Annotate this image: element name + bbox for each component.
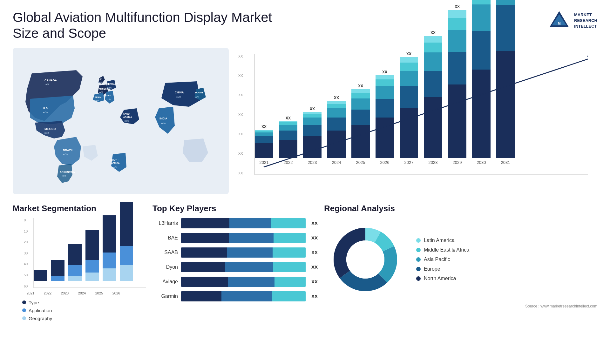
seg-bars — [33, 218, 146, 288]
player-bar-seg — [181, 247, 227, 258]
svg-text:xx%: xx% — [113, 166, 117, 168]
seg-application — [85, 260, 99, 273]
bottom-section: Market Segmentation 6050403020100 202120… — [13, 204, 597, 308]
legend-label: Middle East & Africa — [424, 247, 469, 253]
bar-segment — [448, 30, 466, 52]
player-row: SAABXX — [152, 247, 318, 258]
bar-stack — [351, 89, 370, 158]
bar-year: 2029 — [453, 160, 462, 165]
player-bar-seg — [273, 247, 306, 258]
main-chart: XXXXXXXXXXXXXX XX2021XX2022XX2023XX2024X… — [254, 54, 588, 188]
svg-text:INDIA: INDIA — [159, 117, 167, 120]
player-bar — [181, 233, 306, 243]
svg-text:SOUTH: SOUTH — [111, 159, 119, 161]
bar-segment — [448, 84, 466, 158]
bar-value: XX — [358, 84, 363, 88]
seg-bar-group — [68, 244, 82, 281]
svg-text:U.K.: U.K. — [98, 78, 102, 80]
bar-segment — [472, 4, 491, 31]
legend-label: Asia Pacific — [424, 257, 450, 262]
seg-chart-area: 6050403020100 202120222023202420252026 T… — [13, 218, 146, 307]
svg-text:BRAZIL: BRAZIL — [63, 149, 73, 152]
bar-segment — [327, 108, 346, 118]
bar-segment — [448, 10, 466, 18]
seg-bar-group — [51, 260, 64, 281]
bar-segment — [279, 125, 297, 130]
bar-group: XX2023 — [303, 107, 322, 165]
player-row: AviageXX — [152, 277, 318, 287]
bar-year: 2031 — [501, 160, 510, 165]
bar-segment — [255, 132, 273, 136]
bar-segment — [376, 79, 394, 86]
svg-text:xx%: xx% — [106, 98, 111, 100]
bar-segment — [279, 131, 297, 140]
bar-segment — [424, 97, 442, 158]
seg-legend-item: Type — [22, 300, 146, 305]
player-bar-seg — [181, 291, 221, 301]
bar-value: XX — [455, 4, 460, 9]
chart-bars: XX2021XX2022XX2023XX2024XX2025XX2026XX20… — [254, 54, 588, 175]
svg-text:xx%: xx% — [99, 91, 103, 93]
bar-segment — [255, 143, 273, 158]
seg-application — [120, 246, 133, 265]
svg-text:M: M — [558, 22, 560, 25]
seg-geography — [85, 273, 99, 281]
bar-group: XX2021 — [255, 125, 273, 165]
svg-text:xx%: xx% — [98, 81, 102, 84]
bar-value: XX — [334, 96, 339, 100]
player-value: XX — [311, 264, 318, 270]
player-row: GarminXX — [152, 291, 318, 301]
bar-segment — [376, 118, 394, 158]
seg-type — [85, 230, 99, 260]
regional-title: Regional Analysis — [324, 204, 597, 213]
bar-segment — [327, 101, 346, 104]
bar-chart-container: XXXXXXXXXXXXXX XX2021XX2022XX2023XX2024X… — [235, 48, 597, 194]
bar-segment — [351, 89, 370, 93]
bar-year: 2030 — [477, 160, 486, 165]
player-row: DyonXX — [152, 262, 318, 272]
regional-legend-item: Latin America — [416, 238, 469, 243]
bar-stack — [448, 10, 466, 158]
legend-label: Europe — [424, 266, 440, 272]
bar-segment — [400, 57, 418, 63]
svg-text:ITALY: ITALY — [105, 94, 112, 97]
svg-text:xx%: xx% — [195, 96, 199, 98]
player-bar-seg — [273, 262, 306, 272]
legend-dot — [416, 238, 421, 243]
seg-year: 2023 — [58, 291, 71, 295]
bar-year: 2026 — [380, 160, 390, 165]
bar-segment — [400, 86, 418, 108]
svg-text:xx%: xx% — [176, 96, 181, 98]
svg-text:GERMANY: GERMANY — [106, 83, 118, 85]
bar-segment — [424, 52, 442, 71]
bar-stack — [400, 57, 418, 158]
legend-label: Latin America — [424, 238, 455, 243]
bar-year: 2028 — [429, 160, 438, 165]
bar-value: XX — [310, 107, 315, 111]
regional-content: Latin AmericaMiddle East & AfricaAsia Pa… — [324, 218, 597, 301]
legend-dot — [22, 308, 26, 312]
regional: Regional Analysis Latin AmericaMiddle Ea… — [324, 204, 597, 308]
bar-segment — [496, 51, 515, 158]
bar-segment — [351, 110, 370, 125]
bar-value: XX — [382, 70, 387, 74]
bar-segment — [327, 131, 346, 158]
bar-segment — [472, 0, 491, 4]
player-value: XX — [311, 220, 318, 226]
svg-text:xx%: xx% — [95, 99, 99, 102]
player-bar-seg — [221, 291, 272, 301]
bar-segment — [376, 99, 394, 118]
bar-segment — [376, 75, 394, 80]
bar-year: 2022 — [284, 160, 293, 165]
svg-text:CHINA: CHINA — [175, 91, 184, 94]
bar-segment — [424, 43, 442, 52]
regional-legend: Latin AmericaMiddle East & AfricaAsia Pa… — [416, 238, 469, 281]
player-name: L3Harris — [152, 220, 178, 226]
svg-text:AFRICA: AFRICA — [111, 162, 119, 164]
player-row: L3HarrisXX — [152, 218, 318, 228]
svg-text:CANADA: CANADA — [44, 79, 57, 82]
page-title: Global Aviation Multifunction Display Ma… — [13, 10, 299, 42]
donut-svg — [324, 218, 407, 301]
bar-segment — [448, 18, 466, 30]
bar-segment — [496, 5, 515, 51]
